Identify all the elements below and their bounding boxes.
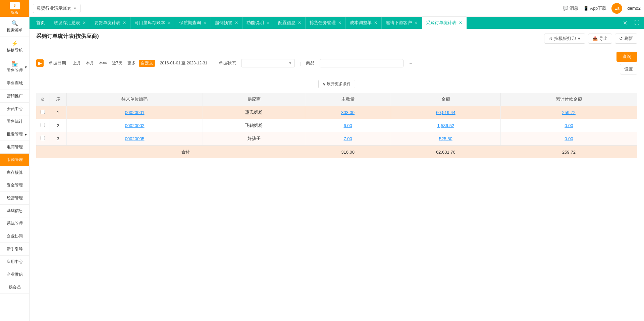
shortcut-custom[interactable]: 自定义 [139, 60, 155, 67]
row-qty[interactable]: 303.00 [305, 106, 391, 119]
shortcut-this-year[interactable]: 本年 [97, 60, 109, 67]
user-name[interactable]: demo2 [627, 6, 641, 11]
sidebar-item-search[interactable]: 🔍 搜索英单 [0, 17, 29, 37]
close-tab-warranty[interactable]: ✕ [203, 20, 207, 25]
sidebar-item-inventory[interactable]: 库存核算 [0, 166, 29, 179]
close-tab-recv-send[interactable]: ✕ [83, 20, 86, 25]
tab-invite-down[interactable]: 邀请下游客户 ✕ [382, 17, 422, 29]
sidebar-item-marketing[interactable]: 营销推广 [0, 90, 29, 103]
workspace-selector[interactable]: 母婴行业演示账套 ▼ [33, 4, 80, 13]
query-btn[interactable]: 查询 [616, 52, 637, 62]
close-tab-order-stats[interactable]: ✕ [123, 20, 126, 25]
row-checkbox[interactable] [36, 119, 50, 132]
refresh-icon: ↺ [619, 36, 623, 41]
sidebar-item-purchase[interactable]: 采购管理 [0, 154, 29, 166]
tab-config[interactable]: 配置信息 ✕ [274, 17, 306, 29]
close-tab-pick-task[interactable]: ✕ [338, 20, 341, 25]
filter-toggle-btn[interactable]: ▶ [36, 59, 44, 67]
row-amount[interactable]: 60,519.44 [391, 106, 500, 119]
expand-tab-icon[interactable]: ⛶ [632, 19, 642, 27]
close-tab-invite-down[interactable]: ✕ [414, 20, 418, 25]
tab-pick-task[interactable]: 拣货任务管理 ✕ [306, 17, 346, 29]
sidebar-item-shortcuts[interactable]: ⚡ 快捷导航 [0, 37, 29, 57]
sidebar-item-retail-mall[interactable]: 零售商城 [0, 77, 29, 90]
app-download-btn[interactable]: 📱 App下载 [583, 5, 606, 11]
sidebar-item-newbie[interactable]: 新手引导 [0, 243, 29, 256]
tab-recv-send[interactable]: 收发存汇总表 ✕ [50, 17, 90, 29]
row-seq: 3 [50, 132, 66, 146]
tab-order-stats[interactable]: 要货单统计表 ✕ [90, 17, 130, 29]
sidebar-item-retail-stats[interactable]: 零售统计 [0, 115, 29, 128]
row-paid[interactable]: 259.72 [500, 106, 637, 119]
refresh-btn[interactable]: ↺ 刷新 [615, 34, 637, 44]
checkbox[interactable] [41, 123, 45, 127]
col-settings[interactable]: ⚙ [36, 93, 50, 106]
app-logo[interactable]: 6 标版 [0, 0, 29, 17]
goods-input[interactable] [320, 59, 404, 67]
table-row[interactable]: 1 00020001 惠氏奶粉 303.00 60,519.44 259.72 [36, 106, 637, 119]
tab-cost-adjust[interactable]: 成本调整单 ✕ [346, 17, 382, 29]
date-shortcuts: 上月 本月 本年 近7天 更多 自定义 [71, 60, 155, 67]
row-supplier: 惠氏奶粉 [203, 106, 305, 119]
page-title: 采购订单统计表(按供应商) [36, 33, 99, 40]
sidebar-item-wholesale[interactable]: 批发管理 ▼ [0, 128, 29, 141]
close-tab-cost-adjust[interactable]: ✕ [374, 20, 377, 25]
sidebar-item-finance[interactable]: 资金管理 [0, 179, 29, 192]
checkbox[interactable] [41, 136, 45, 140]
table-row[interactable]: 2 00020002 飞鹤奶粉 6.00 1,586.52 0.00 [36, 119, 637, 132]
sidebar-item-ecommerce[interactable]: 电商管理 [0, 141, 29, 154]
expand-more-btn[interactable]: ∨ 展开更多条件 [318, 80, 355, 88]
sidebar-item-operations[interactable]: 经营管理 [0, 192, 29, 205]
sidebar-item-members[interactable]: 会员中心 [0, 103, 29, 115]
tab-overstock[interactable]: 超储预警 ✕ [211, 17, 243, 29]
print-btn[interactable]: 🖨 按模板打印 ▼ [544, 34, 585, 44]
close-tab-icon[interactable]: ✕ [620, 19, 630, 27]
row-checkbox[interactable] [36, 132, 50, 146]
avatar[interactable]: Ea [611, 3, 622, 14]
sidebar-item-basics[interactable]: 基础信息 [0, 205, 29, 217]
export-btn[interactable]: 📤 导出 [588, 34, 612, 44]
row-supplier-code[interactable]: 00020002 [66, 119, 203, 132]
goods-more-icon[interactable]: ··· [409, 61, 412, 66]
status-label: 单据状态 [219, 60, 236, 66]
tab-purchase-stats[interactable]: 采购订单统计表 ✕ [422, 17, 467, 29]
main-area: 母婴行业演示账套 ▼ 💬 消息 📱 App下载 Ea demo2 首页 收发存汇… [30, 0, 644, 321]
row-checkbox[interactable] [36, 106, 50, 119]
sidebar-item-retail[interactable]: 🏪 零售管理 ▼ [0, 57, 29, 77]
tab-func-desc[interactable]: 功能说明 ✕ [243, 17, 274, 29]
sidebar-item-wechat[interactable]: 企业微信 [0, 268, 29, 281]
row-qty[interactable]: 7.00 [305, 132, 391, 146]
row-amount[interactable]: 1,586.52 [391, 119, 500, 132]
tab-warranty[interactable]: 保质期查询 ✕ [175, 17, 211, 29]
row-supplier: 好孩子 [203, 132, 305, 146]
table-row[interactable]: 3 00020005 好孩子 7.00 525.80 0.00 [36, 132, 637, 146]
sidebar-item-enterprise[interactable]: 企业协同 [0, 230, 29, 243]
close-tab-purchase-stats[interactable]: ✕ [459, 20, 462, 25]
tab-inventory-book[interactable]: 可用量库存账本 ✕ [130, 17, 175, 29]
row-supplier-code[interactable]: 00020001 [66, 106, 203, 119]
close-tab-func-desc[interactable]: ✕ [266, 20, 270, 25]
sidebar-item-vip[interactable]: 畅会员 [0, 281, 29, 294]
status-select[interactable] [241, 59, 295, 67]
close-tab-overstock[interactable]: ✕ [235, 20, 238, 25]
settings-gear-icon[interactable]: ⚙ [41, 97, 45, 102]
settings-btn[interactable]: 设置 [620, 64, 637, 74]
shortcut-more[interactable]: 更多 [126, 60, 137, 67]
search-icon: 🔍 [11, 20, 18, 26]
sidebar-item-system[interactable]: 系统管理 [0, 217, 29, 230]
close-tab-inventory-book[interactable]: ✕ [167, 20, 171, 25]
message-btn[interactable]: 💬 消息 [563, 5, 578, 11]
sidebar-item-apps[interactable]: 应用中心 [0, 256, 29, 268]
shortcut-7-days[interactable]: 近7天 [110, 60, 124, 67]
row-paid[interactable]: 0.00 [500, 119, 637, 132]
row-supplier-code[interactable]: 00020005 [66, 132, 203, 146]
row-qty[interactable]: 6.00 [305, 119, 391, 132]
row-amount[interactable]: 525.80 [391, 132, 500, 146]
tab-home[interactable]: 首页 [31, 20, 50, 26]
sidebar: 6 标版 🔍 搜索英单 ⚡ 快捷导航 🏪 零售管理 ▼ 零售商城 营销推广 会员… [0, 0, 30, 321]
shortcut-last-month[interactable]: 上月 [71, 60, 83, 67]
shortcut-this-month[interactable]: 本月 [84, 60, 96, 67]
row-paid[interactable]: 0.00 [500, 132, 637, 146]
checkbox[interactable] [41, 110, 45, 114]
close-tab-config[interactable]: ✕ [298, 20, 301, 25]
